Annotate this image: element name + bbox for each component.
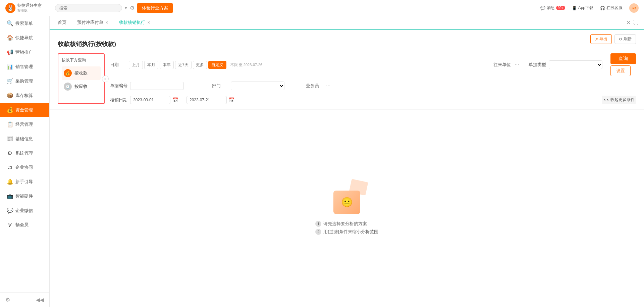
filter-sidebar-toggle[interactable]: « [102,75,109,82]
receipt-filter-icon: 💰 [64,69,72,77]
message-label: 消息 [547,5,555,11]
tip-num-1: 1 [315,221,321,227]
app-download-action[interactable]: 📱 App下载 [572,5,593,11]
filter-main: 日期 上月 本月 本年 近7天 更多 自定义 不限 至 2023-07-26 往… [110,53,636,104]
collapse-more-wrap: ∧∧ 收起更多条件 [602,96,636,104]
sidebar-item-search-menu[interactable]: 🔍 搜索菜单 [0,16,49,31]
sidebar-item-system[interactable]: ⚙ 系统管理 [0,146,49,160]
writeoff-date-end[interactable] [186,96,227,104]
cal-end-icon[interactable]: 📅 [229,97,234,103]
filter-option-by-receipt[interactable]: 💰 按收款 [62,66,101,80]
member-icon: V [7,222,13,228]
sidebar-item-marketing[interactable]: 📢 营销推广 [0,45,49,59]
tip-text-1: 请先选择要分析的方案 [323,221,367,227]
online-service-label: 在线客服 [606,5,623,11]
filter-group-doc-type: 单据类型 [529,60,602,69]
writeoff-date-start[interactable] [130,96,170,104]
online-service-action[interactable]: 🎧 在线客服 [600,5,623,11]
filter-group-counterpart: 往来单位 ··· [493,62,521,68]
tab-writeoff[interactable]: 收款核销执行 ✕ [114,16,156,30]
tab-prepay[interactable]: 预付冲应付单 ✕ [72,16,114,30]
guide-icon: 🔔 [7,178,13,185]
sidebar-collapse-btn[interactable]: ◀◀ [36,297,44,303]
sidebar-label-inventory: 库存核算 [15,93,33,99]
tip-text-2: 用[过滤]条件来缩小分析范围 [323,229,378,235]
query-button[interactable]: 查询 [610,53,636,64]
cal-start-icon[interactable]: 📅 [172,97,178,103]
tab-writeoff-close[interactable]: ✕ [147,20,150,25]
sidebar-label-sales: 销售管理 [15,64,33,70]
counterpart-dots[interactable]: ··· [514,62,521,68]
search-input[interactable] [55,4,122,12]
this-year-btn[interactable]: 本年 [160,61,174,69]
receivable-filter-icon: 🕐 [64,83,72,91]
sidebar-bottom: ⚙ ◀◀ [0,292,49,307]
query-settings-group: 查询 设置 [610,53,636,76]
sidebar-item-hardware[interactable]: 📺 智能硬件 [0,189,49,203]
logo: 🐰 畅捷通好生意 标准版 [5,3,55,13]
tab-prepay-close[interactable]: ✕ [105,20,108,25]
main-content: 首页 预付冲应付单 ✕ 收款核销执行 ✕ ✕ ⛶ 收款核销执行(按收款) ↗ 导… [50,16,644,307]
sidebar-item-finance[interactable]: 💰 资金管理 [0,103,49,117]
settings-button[interactable]: 设置 [610,65,631,76]
dropdown-icon[interactable]: ▾ [125,5,127,10]
custom-btn[interactable]: 自定义 [208,61,226,69]
sidebar-item-inventory[interactable]: 📦 库存核算 [0,88,49,103]
writeoff-date-label: 核销日期 [110,97,127,103]
export-button[interactable]: ↗ 导出 [590,34,612,44]
more-btn[interactable]: 更多 [193,61,207,69]
salesperson-dots[interactable]: ··· [325,83,332,89]
empty-tip-1: 1 请先选择要分析的方案 [315,221,378,227]
sidebar-label-quick-nav: 快捷导航 [15,35,33,41]
sidebar-item-cooperation[interactable]: 🗂 企业协同 [0,160,49,174]
filter-row-1: 日期 上月 本月 本年 近7天 更多 自定义 不限 至 2023-07-26 往… [110,53,636,76]
filter-group-dept: 部门 [212,82,284,90]
gear-icon[interactable]: ⚙ [130,5,135,11]
last-month-btn[interactable]: 上月 [129,61,143,69]
collapse-more-btn[interactable]: ∧∧ 收起更多条件 [602,96,636,104]
filter-option-by-receivable[interactable]: 🕐 按应收 [62,80,101,93]
doc-no-label: 单据编号 [110,83,127,89]
user-avatar[interactable]: Rit [629,3,639,13]
logo-text: 畅捷通好生意 [17,3,42,8]
sidebar-item-basic-info[interactable]: 📰 基础信息 [0,132,49,146]
filter-group-salesperson: 业务员 ··· [306,83,332,89]
topbar: 🐰 畅捷通好生意 标准版 ▾ ⚙ 体验行业方案 💬 消息 99+ 📱 App下载… [0,0,644,16]
sidebar-item-member[interactable]: V 畅会员 [0,218,49,232]
tab-expand-btn[interactable]: ⛶ [633,19,639,25]
sidebar-label-guide: 新手引导 [15,179,33,185]
sidebar-item-quick-nav[interactable]: 🏠 快捷导航 [0,31,49,45]
topbar-actions: 💬 消息 99+ 📱 App下载 🎧 在线客服 Rit [540,3,639,13]
refresh-button[interactable]: ↺ 刷新 [614,34,636,44]
hardware-icon: 📺 [7,193,13,199]
tab-home[interactable]: 首页 [52,16,72,29]
sidebar-label-purchase: 采购管理 [15,78,33,84]
sidebar-label-system: 系统管理 [15,150,33,156]
sidebar-item-operations[interactable]: 📋 经营管理 [0,117,49,132]
sidebar-item-purchase[interactable]: 🛒 采购管理 [0,74,49,88]
export-label: 导出 [599,36,607,42]
tab-close-btn[interactable]: ✕ [626,19,631,26]
app-download-label: App下载 [578,5,593,11]
sidebar-item-wechat[interactable]: 💬 企业微信 [0,203,49,218]
last-7days-btn[interactable]: 近7天 [175,61,192,69]
sidebar-item-sales[interactable]: 📊 销售管理 [0,59,49,74]
tab-controls: ✕ ⛶ [624,16,641,29]
doc-type-select[interactable] [549,60,602,69]
sales-icon: 📊 [7,63,13,70]
cooperation-icon: 🗂 [7,164,13,170]
doc-no-input[interactable] [130,82,184,90]
trial-button[interactable]: 体验行业方案 [137,3,173,13]
sidebar-label-hardware: 智能硬件 [15,193,33,199]
message-action[interactable]: 💬 消息 99+ [540,5,565,11]
sidebar: 🔍 搜索菜单 🏠 快捷导航 📢 营销推广 📊 销售管理 🛒 采购管理 📦 库存核… [0,16,50,307]
sidebar-item-guide[interactable]: 🔔 新手引导 [0,174,49,189]
sidebar-settings-icon[interactable]: ⚙ [5,297,10,303]
dept-select[interactable] [231,82,284,90]
page-title: 收款核销执行(按收款) [58,40,116,48]
marketing-icon: 📢 [7,49,13,55]
dept-label: 部门 [212,83,228,89]
this-month-btn[interactable]: 本月 [144,61,158,69]
sidebar-label-finance: 资金管理 [15,107,33,113]
topbar-search: ▾ ⚙ 体验行业方案 [55,3,540,13]
